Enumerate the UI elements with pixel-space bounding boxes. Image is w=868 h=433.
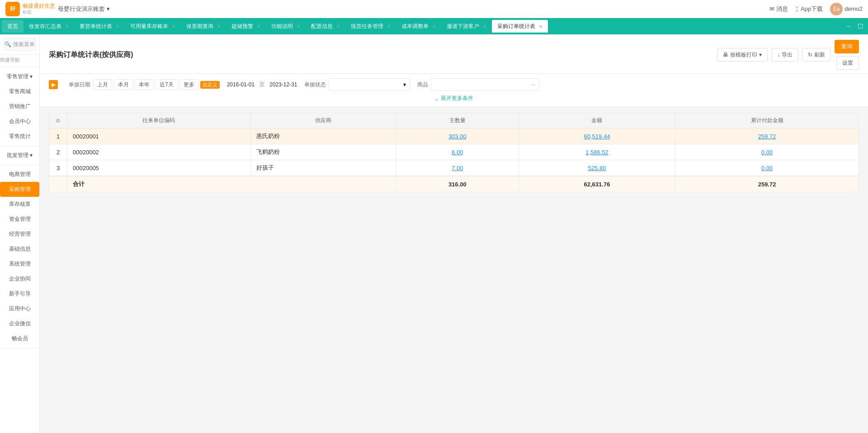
tab-purchase-stats-label: 采购订单统计表 <box>497 23 535 30</box>
shortcut-this-month[interactable]: 本月 <box>114 79 133 90</box>
page-header-actions: 🖶 按模板打印 ▾ ↓ 导出 ↻ 刷新 查询 设置 <box>717 40 859 70</box>
sidebar-item-marketing[interactable]: 营销推广 <box>0 99 39 114</box>
table-row[interactable]: 2 00020002 飞鹤奶粉 6.00 1,586.52 0.00 <box>49 144 859 160</box>
sidebar-item-ops-mgmt[interactable]: 经营管理 <box>0 227 39 242</box>
query-btn[interactable]: 查询 <box>835 40 859 53</box>
sidebar-search-section: 🔍 搜索菜单 <box>0 34 39 55</box>
tab-picking-task-close[interactable]: ✕ <box>387 24 391 29</box>
goods-filter: 商品 ··· <box>417 78 539 91</box>
sidebar-item-basic-info[interactable]: 基础信息 <box>0 242 39 257</box>
goods-input[interactable]: ··· <box>431 78 539 91</box>
tab-picking-task[interactable]: 拣货任务管理 ✕ <box>345 20 396 33</box>
tab-available-inventory-close[interactable]: ✕ <box>172 24 175 29</box>
tab-overstock[interactable]: 超储预警 ✕ <box>226 20 266 33</box>
col-settings-icon[interactable]: ⚙ <box>56 118 61 124</box>
sidebar-item-app-center[interactable]: 应用中心 <box>0 301 39 316</box>
username: demo2 <box>844 5 863 12</box>
user-profile[interactable]: Ea demo2 <box>830 3 863 15</box>
table-head: ⚙ 往来单位编码 供应商 主数量 金额 累计付款金额 <box>49 113 859 128</box>
inventory-label: 库存核算 <box>9 201 31 207</box>
settings-btn[interactable]: 设置 <box>836 56 859 70</box>
sidebar-item-enterprise-coop[interactable]: 企业协同 <box>0 271 39 286</box>
collapse-arrow[interactable]: ▶ <box>49 80 58 89</box>
footer-paid: 259.72 <box>675 176 859 192</box>
query-label: 查询 <box>841 43 853 50</box>
table-row[interactable]: 1 00020001 惠氏奶粉 303.00 60,519.44 259.72 <box>49 128 859 144</box>
content-area: 采购订单统计表(按供应商) 🖶 按模板打印 ▾ ↓ 导出 ↻ 刷新 查询 <box>40 34 868 433</box>
tab-overstock-close[interactable]: ✕ <box>257 24 260 29</box>
tab-expiry-query-label: 保质期查询 <box>186 23 213 30</box>
tab-cost-adjust[interactable]: 成本调整单 ✕ <box>396 20 441 33</box>
page-header: 采购订单统计表(按供应商) 🖶 按模板打印 ▾ ↓ 导出 ↻ 刷新 查询 <box>40 34 868 74</box>
sidebar-item-new-guide[interactable]: 新手引导 <box>0 286 39 301</box>
sidebar-item-retail-shop[interactable]: 零售商城 <box>0 84 39 99</box>
row-supplier-3: 好孩子 <box>250 160 396 176</box>
row-supplier-2: 飞鹤奶粉 <box>250 144 396 160</box>
sidebar-item-retail-stats[interactable]: 零售统计 <box>0 129 39 144</box>
maximize-btn[interactable]: ☐ <box>855 22 866 31</box>
tab-config-info-close[interactable]: ✕ <box>336 24 340 29</box>
date-shortcuts: 上月 本月 本年 近7天 更多 自定义 <box>93 79 220 90</box>
goods-more-icon[interactable]: ··· <box>531 81 535 88</box>
date-label: 单据日期 <box>69 81 90 89</box>
tab-function-desc-label: 功能说明 <box>271 23 293 30</box>
app-download-btn[interactable]: ⌶ App下载 <box>795 5 823 13</box>
shortcut-prev-month[interactable]: 上月 <box>93 79 112 90</box>
purchase-mgmt-label: 采购管理 <box>9 186 31 192</box>
tab-function-desc[interactable]: 功能说明 ✕ <box>266 20 306 33</box>
search-menu-btn[interactable]: 🔍 搜索菜单 <box>4 38 36 51</box>
tab-receive-send-close[interactable]: ✕ <box>65 24 69 29</box>
tab-purchase-stats-close[interactable]: ✕ <box>539 24 542 29</box>
tab-invite-customer-close[interactable]: ✕ <box>483 24 486 29</box>
sidebar-item-finance[interactable]: 资金管理 <box>0 212 39 227</box>
status-chevron: ▾ <box>403 81 406 88</box>
table-footer: 合计 316.00 62,631.76 259.72 <box>49 176 859 192</box>
sidebar-item-member-center[interactable]: 会员中心 <box>0 114 39 129</box>
tab-expiry-query-close[interactable]: ✕ <box>217 24 221 29</box>
logo-text: 畅捷通好生意 <box>23 3 55 9</box>
sidebar-item-purchase-mgmt[interactable]: 采购管理 <box>0 182 39 197</box>
col-code: 往来单位编码 <box>67 113 251 128</box>
messages-btn[interactable]: ✉ 消息 <box>769 5 788 13</box>
sidebar-item-system-mgmt[interactable]: 系统管理 <box>0 257 39 271</box>
tab-goods-stats[interactable]: 要货单统计表 ✕ <box>74 20 125 33</box>
logo-version: 标版 <box>23 10 55 15</box>
shortcut-this-year[interactable]: 本年 <box>135 79 154 90</box>
expand-btn[interactable]: ⌄ 展开更多条件 <box>434 95 473 102</box>
export-btn[interactable]: ↓ 导出 <box>771 48 798 62</box>
date-from: 2016-01-01 <box>227 81 255 88</box>
goods-label: 商品 <box>417 81 428 89</box>
table-row[interactable]: 3 00020005 好孩子 7.00 525.80 0.00 <box>49 160 859 176</box>
tab-receive-send[interactable]: 收发存汇总表 ✕ <box>24 20 74 33</box>
sidebar-item-retail-mgmt[interactable]: 零售管理 ▾ <box>0 69 39 84</box>
tab-invite-customer[interactable]: 邀请下游客户 ✕ <box>441 20 492 33</box>
sidebar-group-retail: 零售管理 ▾ 零售商城 营销推广 会员中心 零售统计 <box>0 67 39 146</box>
wholesale-mgmt-label: 批发管理 ▾ <box>7 152 33 158</box>
nav-tabs: 首页 收发存汇总表 ✕ 要货单统计表 ✕ 可用量库存账本 ✕ 保质期查询 ✕ 超… <box>0 18 868 34</box>
workspace-selector[interactable]: 母婴行业演示账套 ▾ <box>58 5 110 13</box>
sidebar-item-wholesale-mgmt[interactable]: 批发管理 ▾ <box>0 148 39 163</box>
template-print-btn[interactable]: 🖶 按模板打印 ▾ <box>717 48 768 62</box>
enterprise-wechat-label: 企业微信 <box>9 320 31 327</box>
tab-available-inventory[interactable]: 可用量库存账本 ✕ <box>125 20 181 33</box>
sidebar-item-inventory[interactable]: 库存核算 <box>0 197 39 212</box>
tab-expiry-query[interactable]: 保质期查询 ✕ <box>181 20 226 33</box>
status-select[interactable]: ▾ <box>329 78 410 91</box>
tab-config-info-label: 配置信息 <box>311 23 333 30</box>
shortcut-7days[interactable]: 近7天 <box>156 79 178 90</box>
tab-config-info[interactable]: 配置信息 ✕ <box>306 20 345 33</box>
sidebar-item-ecommerce[interactable]: 电商管理 <box>0 167 39 182</box>
shortcut-more[interactable]: 更多 <box>179 79 198 90</box>
tab-cost-adjust-close[interactable]: ✕ <box>432 24 436 29</box>
row-supplier-1: 惠氏奶粉 <box>250 128 396 144</box>
tab-purchase-stats[interactable]: 采购订单统计表 ✕ <box>492 20 548 33</box>
tab-function-desc-close[interactable]: ✕ <box>297 24 300 29</box>
tab-goods-stats-close[interactable]: ✕ <box>116 24 119 29</box>
tab-home[interactable]: 首页 <box>2 20 24 33</box>
refresh-btn[interactable]: ↻ 刷新 <box>802 48 831 62</box>
minimize-btn[interactable]: − <box>844 22 853 31</box>
sidebar-item-enterprise-wechat[interactable]: 企业微信 <box>0 316 39 331</box>
sidebar-item-member[interactable]: 畅会员 <box>0 331 39 346</box>
row-amount-2: 1,586.52 <box>519 144 675 160</box>
basic-info-label: 基础信息 <box>9 246 31 252</box>
